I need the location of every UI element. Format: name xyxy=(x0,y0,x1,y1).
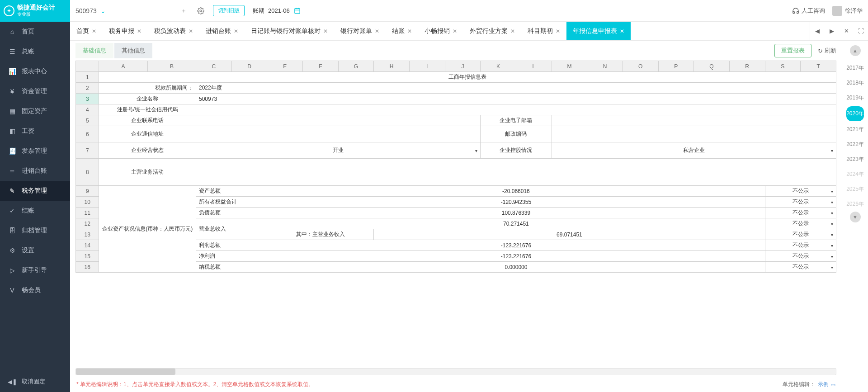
sidebar-item-closing[interactable]: ✓结账 xyxy=(0,201,70,221)
tab-日记账与银行对账单核对[interactable]: 日记账与银行对账单核对✕ xyxy=(245,22,334,40)
spreadsheet[interactable]: ABCDEFGHIJKLMNOPQRST1工商年报信息表2税款所属期间：2022… xyxy=(75,61,836,367)
cell-phone-value[interactable] xyxy=(196,115,481,126)
sidebar-item-tax[interactable]: ✎税务管理 xyxy=(0,181,70,201)
user-menu[interactable]: 徐泽华 xyxy=(832,6,863,16)
sidebar-item-archive[interactable]: 🗄归档管理 xyxy=(0,221,70,241)
cell-email-value[interactable] xyxy=(552,115,836,126)
col-D[interactable]: D xyxy=(231,61,267,72)
cell-assetrow-subvalue-3[interactable]: 69.071451 xyxy=(374,229,765,240)
close-icon[interactable]: ✕ xyxy=(620,28,624,34)
year-scroll-up[interactable]: ▲ xyxy=(850,45,861,56)
row-16[interactable]: 16 xyxy=(76,262,99,273)
col-Q[interactable]: Q xyxy=(694,61,730,72)
period-value[interactable]: 2021-06 xyxy=(268,7,290,14)
sidebar-item-vip[interactable]: V畅会员 xyxy=(0,280,70,300)
cell-assetrow-value-1[interactable]: -120.942355 xyxy=(267,197,765,208)
example-popup-icon[interactable]: ▭ xyxy=(830,382,835,388)
col-L[interactable]: L xyxy=(516,61,552,72)
tab-prev[interactable]: ◀ xyxy=(810,28,825,34)
col-S[interactable]: S xyxy=(765,61,801,72)
close-icon[interactable]: ✕ xyxy=(556,28,560,34)
sidebar-item-guide[interactable]: ▷新手引导 xyxy=(0,260,70,280)
sheet-corner[interactable] xyxy=(76,61,99,72)
cell-assetrow-value-4[interactable]: -123.221676 xyxy=(267,240,765,251)
col-M[interactable]: M xyxy=(552,61,587,72)
sidebar-item-fixed-asset[interactable]: ▦固定资产 xyxy=(0,101,70,121)
close-icon[interactable]: ✕ xyxy=(137,28,142,34)
add-icon[interactable]: ＋ xyxy=(179,6,189,16)
sidebar-item-salary[interactable]: ◧工资 xyxy=(0,121,70,141)
row-13[interactable]: 13 xyxy=(76,229,99,240)
fullscreen-icon[interactable]: ⛶ xyxy=(854,28,868,34)
row-10[interactable]: 10 xyxy=(76,197,99,208)
gear-icon[interactable] xyxy=(196,6,206,16)
cell-mainbiz-value[interactable] xyxy=(196,159,836,186)
year-2018年[interactable]: 2018年 xyxy=(844,76,866,90)
tab-结账[interactable]: 结账✕ xyxy=(386,22,418,40)
close-icon[interactable]: ✕ xyxy=(453,28,457,34)
col-P[interactable]: P xyxy=(658,61,694,72)
cell-address-value[interactable] xyxy=(196,126,481,142)
scrollbar-thumb[interactable] xyxy=(76,368,175,375)
company-selector[interactable]: 500973 ⌄ xyxy=(75,7,175,14)
col-G[interactable]: G xyxy=(338,61,374,72)
col-N[interactable]: N xyxy=(587,61,623,72)
row-12[interactable]: 12 xyxy=(76,218,99,229)
cell-assetrow-value-2[interactable]: 100.876339 xyxy=(267,208,765,218)
col-K[interactable]: K xyxy=(481,61,516,72)
year-2026年[interactable]: 2026年 xyxy=(844,197,866,212)
horizontal-scrollbar[interactable] xyxy=(75,368,836,375)
refresh-button[interactable]: ↻ 刷新 xyxy=(818,47,836,55)
cell-assetrow-value-3[interactable]: 70.271451 xyxy=(267,218,765,229)
example-link[interactable]: 示例 xyxy=(818,381,829,388)
reset-button[interactable]: 重置报表 xyxy=(774,44,811,57)
cell-assetrow-disclose-1[interactable]: 不公示 xyxy=(765,197,836,208)
year-2019年[interactable]: 2019年 xyxy=(844,90,866,105)
row-3[interactable]: 3 xyxy=(76,94,99,104)
tab-小畅报销[interactable]: 小畅报销✕ xyxy=(418,22,463,40)
year-scroll-down[interactable]: ▼ xyxy=(850,212,861,222)
row-9[interactable]: 9 xyxy=(76,186,99,197)
row-5[interactable]: 5 xyxy=(76,115,99,126)
tab-银行对账单[interactable]: 银行对账单✕ xyxy=(334,22,386,40)
tab-外贸行业方案[interactable]: 外贸行业方案✕ xyxy=(463,22,521,40)
year-2017年[interactable]: 2017年 xyxy=(844,61,866,76)
tab-税务申报[interactable]: 税务申报✕ xyxy=(103,22,148,40)
close-icon[interactable]: ✕ xyxy=(375,28,379,34)
unpin-button[interactable]: ◀❚ 取消固定 xyxy=(0,371,70,392)
cell-assetrow-subdisclose-3[interactable]: 不公示 xyxy=(765,229,836,240)
sidebar-item-funds[interactable]: ¥资金管理 xyxy=(0,81,70,101)
cell-assetrow-value-5[interactable]: -123.221676 xyxy=(267,251,765,262)
tab-next[interactable]: ▶ xyxy=(825,28,839,34)
cell-holding-value[interactable]: 私营企业 xyxy=(552,142,836,159)
col-E[interactable]: E xyxy=(267,61,303,72)
sheet-tab-other[interactable]: 其他信息 xyxy=(114,43,152,58)
col-F[interactable]: F xyxy=(302,61,338,72)
row-4[interactable]: 4 xyxy=(76,104,99,115)
col-B[interactable]: B xyxy=(147,61,196,72)
tab-进销台账[interactable]: 进销台账✕ xyxy=(199,22,245,40)
tab-首页[interactable]: 首页✕ xyxy=(70,22,103,40)
row-2[interactable]: 2 xyxy=(76,83,99,94)
col-O[interactable]: O xyxy=(623,61,658,72)
close-icon[interactable]: ✕ xyxy=(234,28,238,34)
calendar-icon[interactable] xyxy=(292,6,302,16)
cell-assetrow-disclose-4[interactable]: 不公示 xyxy=(765,240,836,251)
close-icon[interactable]: ✕ xyxy=(510,28,515,34)
tab-科目期初[interactable]: 科目期初✕ xyxy=(521,22,566,40)
row-14[interactable]: 14 xyxy=(76,240,99,251)
year-2025年[interactable]: 2025年 xyxy=(844,182,866,197)
cell-assetrow-disclose-3[interactable]: 不公示 xyxy=(765,218,836,229)
row-15[interactable]: 15 xyxy=(76,251,99,262)
col-I[interactable]: I xyxy=(409,61,445,72)
sidebar-item-ledger[interactable]: ☰总账 xyxy=(0,42,70,61)
cell-assetrow-disclose-0[interactable]: 不公示 xyxy=(765,186,836,197)
cell-assetrow-value-6[interactable]: 0.000000 xyxy=(267,262,765,273)
col-R[interactable]: R xyxy=(729,61,765,72)
close-icon[interactable]: ✕ xyxy=(92,28,96,34)
cell-company-value[interactable]: 500973 xyxy=(196,94,836,104)
row-1[interactable]: 1 xyxy=(76,72,99,83)
cell-assetrow-value-0[interactable]: -20.066016 xyxy=(267,186,765,197)
cell-period-value[interactable]: 2022年度 xyxy=(196,83,836,94)
cell-postcode-value[interactable] xyxy=(552,126,836,142)
